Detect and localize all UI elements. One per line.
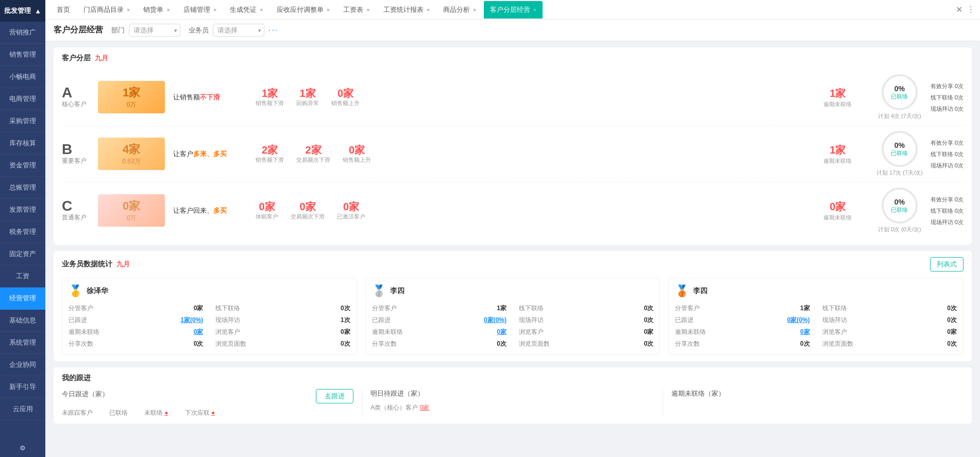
tab-action-more[interactable]: ⋮ bbox=[967, 5, 975, 14]
tier-stat-label: 交易频次下滑 bbox=[291, 213, 325, 221]
tab-商品分析[interactable]: 商品分析× bbox=[437, 1, 482, 19]
sidebar-item-工资[interactable]: 工资 bbox=[0, 265, 45, 287]
tier-uncontacted-num-A: 1家 bbox=[807, 87, 869, 100]
tier-stat-label: 销售额上升 bbox=[331, 99, 360, 107]
sidebar-item-发票管理[interactable]: 发票管理 bbox=[0, 199, 45, 221]
tab-门店商品目录[interactable]: 门店商品目录× bbox=[77, 1, 136, 19]
sidebar-item-云应用[interactable]: 云应用 bbox=[0, 398, 45, 420]
biz-stat-key: 线下联络 bbox=[215, 304, 240, 313]
tab-close-工资表[interactable]: × bbox=[366, 7, 369, 13]
biz-stat-val[interactable]: 1家(0%) bbox=[180, 316, 203, 325]
tier-count-sub-B: 0.53万 bbox=[122, 157, 140, 166]
followup-next-val[interactable]: ● bbox=[211, 409, 215, 416]
tier-stat-A-销售额下滑: 1家销售额下滑 bbox=[256, 87, 284, 107]
biz-stat-val[interactable]: 0家 bbox=[194, 328, 204, 336]
tier-stat-label: 回购异常 bbox=[296, 99, 319, 107]
tier-count-box-C: 0家0万 bbox=[98, 194, 165, 227]
tier-suggest-B: 让客户多来、多买 bbox=[173, 149, 256, 159]
biz-stat-key: 分享次数 bbox=[69, 340, 93, 348]
tier-suggest-highlight-A: 不下滑 bbox=[200, 93, 220, 101]
customer-title-text: 客户分层 bbox=[62, 54, 91, 63]
tier-stats-C: 0家休眠客户0家交易频次下滑0家已激活客户 bbox=[256, 200, 807, 221]
followup-uncontacted-label: 未联络 bbox=[144, 409, 164, 416]
biz-stat-key: 浏览页面数 bbox=[519, 340, 550, 348]
biz-stat-val: 0次 bbox=[800, 340, 810, 348]
biz-stat-val[interactable]: 0家(0%) bbox=[787, 316, 810, 325]
sidebar-item-小畅电商[interactable]: 小畅电商 bbox=[0, 66, 45, 88]
biz-stat-key: 浏览客户 bbox=[519, 328, 544, 336]
sidebar-item-资金管理[interactable]: 资金管理 bbox=[0, 155, 45, 177]
sales-select[interactable]: 请选择 bbox=[213, 24, 264, 37]
sidebar-item-企业协同[interactable]: 企业协同 bbox=[0, 354, 45, 376]
biz-stat-key: 逾期未联络 bbox=[69, 328, 99, 336]
sidebar: 批发管理 ▲ 营销推广销售管理小畅电商电商管理采购管理库存核算资金管理总账管理发… bbox=[0, 0, 45, 457]
tab-action-close[interactable]: ✕ bbox=[956, 5, 962, 14]
tab-close-生成凭证[interactable]: × bbox=[260, 7, 263, 13]
sidebar-item-经营管理[interactable]: 经营管理 bbox=[0, 287, 45, 310]
tab-close-门店商品目录[interactable]: × bbox=[127, 7, 130, 13]
biz-stat-val[interactable]: 0家(0%) bbox=[484, 316, 506, 325]
tier-circle-area-A: 0% 已联络 计划 4次 (7天/次) bbox=[869, 74, 931, 120]
sidebar-item-采购管理[interactable]: 采购管理 bbox=[0, 110, 45, 132]
biz-stat-val[interactable]: 0家 bbox=[497, 328, 506, 336]
sidebar-item-新手引导[interactable]: 新手引导 bbox=[0, 376, 45, 398]
tab-close-销货单[interactable]: × bbox=[166, 7, 170, 13]
followup-uncontacted-val[interactable]: ● bbox=[164, 409, 168, 416]
biz-stat-key: 现场拜访 bbox=[215, 316, 240, 325]
tier-uncontacted-A: 1家逾期未联络 bbox=[807, 87, 869, 108]
tab-close-工资统计报表[interactable]: × bbox=[427, 7, 430, 13]
biz-stat-row-2-4: 逾期未联络0家 bbox=[675, 328, 809, 336]
followup-title-text: 我的跟进 bbox=[62, 374, 91, 383]
tier-uncontacted-label-C: 逾期未联络 bbox=[807, 214, 869, 222]
sidebar-gear[interactable]: ⚙ bbox=[0, 439, 45, 457]
sidebar-item-销售管理[interactable]: 销售管理 bbox=[0, 44, 45, 66]
dept-select[interactable]: 请选择 bbox=[129, 24, 180, 37]
sidebar-item-税务管理[interactable]: 税务管理 bbox=[0, 221, 45, 243]
sidebar-item-营销推广[interactable]: 营销推广 bbox=[0, 22, 45, 44]
tier-circle-pct-C: 0% bbox=[894, 198, 905, 206]
sidebar-item-固定资产[interactable]: 固定资产 bbox=[0, 243, 45, 265]
biz-stat-val[interactable]: 0家 bbox=[800, 328, 810, 336]
page-title: 客户分层经营 bbox=[54, 25, 103, 36]
tab-工资表[interactable]: 工资表× bbox=[337, 1, 376, 19]
tab-店铺管理[interactable]: 店铺管理× bbox=[177, 1, 223, 19]
tab-生成凭证[interactable]: 生成凭证× bbox=[224, 1, 269, 19]
sidebar-item-基础信息[interactable]: 基础信息 bbox=[0, 310, 45, 332]
biz-name-2: 李四 bbox=[693, 286, 707, 296]
tab-close-客户分层经营[interactable]: × bbox=[533, 7, 536, 13]
tab-首页[interactable]: 首页 bbox=[50, 1, 76, 19]
biz-stat-val: 0次 bbox=[341, 340, 350, 348]
biz-medal-0: 🥇 bbox=[69, 284, 82, 298]
biz-stat-val: 0家 bbox=[194, 304, 204, 313]
tier-circle-status-C: 已联络 bbox=[891, 206, 908, 214]
sidebar-item-电商管理[interactable]: 电商管理 bbox=[0, 88, 45, 110]
sidebar-item-库存核算[interactable]: 库存核算 bbox=[0, 132, 45, 155]
tier-side-stats-A: 有效分享 0次线下联络 0次现场拜访 0次 bbox=[931, 80, 964, 114]
biz-card-header-1: 🥈李四 bbox=[372, 284, 654, 298]
biz-stat-row-1-1: 线下联络0次 bbox=[519, 304, 653, 313]
tier-row-A: A核心客户1家0万让销售额不下滑1家销售额下滑1家回购异常0家销售额上升1家逾期… bbox=[62, 69, 964, 126]
sidebar-item-总账管理[interactable]: 总账管理 bbox=[0, 177, 45, 199]
goto-followup-btn[interactable]: 去跟进 bbox=[316, 389, 353, 403]
biz-name-0: 徐泽华 bbox=[87, 286, 108, 296]
tab-close-应收应付调整单[interactable]: × bbox=[327, 7, 330, 13]
tab-close-商品分析[interactable]: × bbox=[473, 7, 476, 13]
tier-stat-num: 2家 bbox=[256, 144, 284, 156]
sidebar-header[interactable]: 批发管理 ▲ bbox=[0, 0, 45, 22]
tab-销货单[interactable]: 销货单× bbox=[137, 1, 176, 19]
followup-tier-a-val[interactable]: 0家 bbox=[420, 404, 430, 411]
tab-客户分层经营[interactable]: 客户分层经营× bbox=[484, 1, 543, 19]
customer-section: 客户分层 九月 A核心客户1家0万让销售额不下滑1家销售额下滑1家回购异常0家销… bbox=[54, 47, 972, 245]
biz-card-1: 🥈李四分管客户1家线下联络0次已跟进0家(0%)现场拜访0次逾期未联络0家浏览客… bbox=[365, 278, 661, 355]
tab-工资统计报表[interactable]: 工资统计报表× bbox=[377, 1, 436, 19]
list-view-btn[interactable]: 列表式 bbox=[930, 257, 964, 272]
more-filter-btn[interactable]: ··· bbox=[268, 26, 278, 35]
sidebar-item-系统管理[interactable]: 系统管理 bbox=[0, 332, 45, 354]
tab-应收应付调整单[interactable]: 应收应付调整单× bbox=[271, 1, 336, 19]
followup-overdue-title: 逾期未联络（家） bbox=[671, 390, 725, 397]
tab-close-店铺管理[interactable]: × bbox=[213, 7, 216, 13]
biz-stat-row-2-3: 现场拜访0次 bbox=[822, 316, 957, 325]
tier-side-stat-item: 现场拜访 0次 bbox=[931, 103, 964, 114]
customer-month: 九月 bbox=[95, 54, 108, 63]
tier-circle-area-B: 0% 已联络 计划 17次 (7天/次) bbox=[869, 131, 931, 177]
